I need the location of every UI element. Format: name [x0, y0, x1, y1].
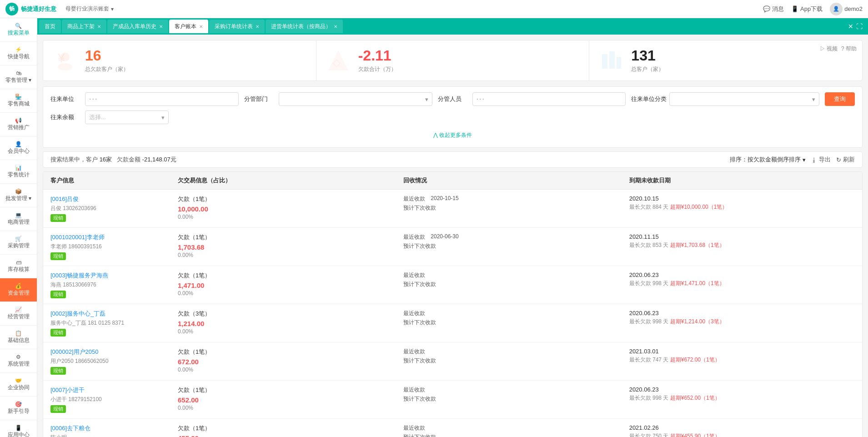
owe-amount[interactable]: 1,471.00 — [178, 281, 403, 289]
filter-manager-input[interactable]: ··· — [472, 92, 626, 106]
svg-rect-6 — [609, 51, 615, 69]
customer-badge: 现销 — [50, 405, 66, 413]
collapse-label: 收起更多条件 — [439, 132, 472, 138]
sidebar-item-stock[interactable]: 🗃 库存核算 — [0, 255, 37, 278]
filter-remaining: 往来余额 选择... ▾ — [50, 111, 169, 124]
sidebar-item-finance[interactable]: 💰 资金管理 — [0, 278, 37, 302]
tab-home[interactable]: 首页 — [39, 20, 61, 33]
collection-info: 最近收款2020-10-15 预计下次收款 — [403, 195, 629, 212]
sidebar-item-retail-stats[interactable]: 📊 零售统计 — [0, 160, 37, 184]
customer-name[interactable]: [0001020001]李老师 — [50, 233, 178, 241]
sidebar-item-ecom[interactable]: 💻 电商管理 — [0, 207, 37, 231]
overdue-days-text: 最长欠款 998 天 — [629, 280, 669, 286]
owe-amount[interactable]: 1,703.68 — [178, 243, 403, 251]
result-owe-label: 欠款金额 — [117, 156, 140, 163]
filter-dept-select[interactable]: ▾ — [279, 92, 432, 106]
video-btn[interactable]: ▷ 视频 — [820, 45, 838, 53]
sort-select[interactable]: 排序：按欠款金额倒序排序 ▾ — [730, 156, 806, 164]
tab-incoming-stats-close[interactable]: ✕ — [334, 24, 337, 29]
overdue-link[interactable]: 超期¥1,214.00（3笔） — [670, 318, 725, 325]
filter-row-1: 往来单位 ··· 分管部门 ▾ 分管人员 ··· 往来单位分类 — [50, 92, 855, 106]
sidebar-item-member[interactable]: 👤 会员中心 — [0, 136, 37, 160]
sidebar-item-basic[interactable]: 📋 基础信息 — [0, 326, 37, 349]
owe-amount[interactable]: 652.00 — [178, 396, 403, 404]
message-btn[interactable]: 💬 消息 — [763, 5, 784, 13]
tab-product-history-label: 产成品入库单历史 — [113, 23, 156, 30]
stock-label: 库存核算 — [0, 266, 37, 273]
query-button[interactable]: 查询 — [825, 92, 855, 106]
member-label: 会员中心 — [0, 147, 37, 155]
tab-close-all-icon[interactable]: ✕ — [848, 23, 853, 30]
owe-amount[interactable]: 1,214.00 — [178, 320, 403, 327]
export-btn[interactable]: ⭳ 导出 — [811, 156, 831, 164]
sidebar-item-marketing[interactable]: 📢 营销推广 — [0, 113, 37, 136]
svg-text:¥: ¥ — [57, 51, 65, 65]
owe-info-cell: 欠款（1笔） 455.90 0.00% — [178, 424, 403, 437]
overdue-days-text: 最长欠款 998 天 — [629, 395, 669, 401]
customer-name[interactable]: [000002]用户2050 — [50, 348, 178, 356]
sidebar-item-purchase[interactable]: 🛒 采购管理 — [0, 231, 37, 255]
stat-owe-amount-info: -2.11 欠款合计（万） — [358, 48, 580, 73]
tab-purchase-order-close[interactable]: ✕ — [256, 24, 259, 29]
owe-amount[interactable]: 10,000.00 — [178, 205, 403, 213]
app-download-btn[interactable]: 📱 App下载 — [791, 5, 823, 13]
last-collection-label: 最近收款 — [403, 386, 425, 394]
dept-arrow-icon: ▾ — [425, 96, 428, 103]
filter-from-unit-input[interactable]: ··· — [85, 92, 239, 106]
finance-icon: 💰 — [15, 283, 22, 289]
overdue-date: 2020.06.23 — [629, 386, 855, 393]
tab-bar: 首页 商品上下架 ✕ 产成品入库单历史 ✕ 客户账本 ✕ 采购订单统计表 ✕ 进… — [37, 18, 868, 35]
collapse-row[interactable]: ⋀ 收起更多条件 — [50, 129, 855, 142]
overdue-link[interactable]: 超期¥455.90（1笔） — [670, 433, 720, 437]
marketing-label: 营销推广 — [0, 124, 37, 131]
owe-amount[interactable]: 672.00 — [178, 358, 403, 366]
tab-product-off-close[interactable]: ✕ — [97, 24, 101, 29]
system-icon: ⚙ — [16, 354, 21, 360]
tab-purchase-order[interactable]: 采购订单统计表 ✕ — [209, 20, 265, 33]
marketing-icon: 📢 — [15, 117, 22, 124]
refresh-btn[interactable]: ↻ 刷新 — [836, 156, 855, 164]
owe-amount[interactable]: 455.90 — [178, 434, 403, 437]
overdue-link[interactable]: 超期¥672.00（1笔） — [670, 357, 720, 363]
owe-percent: 0.00% — [178, 290, 403, 296]
store-select[interactable]: 母婴行业演示账套 ▾ — [65, 5, 114, 13]
overdue-link[interactable]: 超期¥1,703.68（1笔） — [670, 242, 725, 248]
sort-arrow-icon: ▾ — [803, 156, 806, 163]
tab-expand-icon[interactable]: ⛶ — [856, 23, 863, 30]
customer-name[interactable]: [0002]服务中心_丁磊 — [50, 310, 178, 318]
sidebar-item-newbie[interactable]: 🎯 新手引导 — [0, 397, 37, 420]
help-btn[interactable]: ? 帮助 — [841, 45, 857, 53]
remaining-placeholder: 选择... — [89, 113, 106, 121]
sidebar-item-retail-mgmt[interactable]: 🛍 零售管理 ▾ — [0, 65, 37, 89]
sidebar-item-enterprise[interactable]: 🤝 企业协同 — [0, 373, 37, 397]
customer-name[interactable]: [0003]畅捷服务尹海燕 — [50, 271, 178, 280]
sidebar-item-retail-mall[interactable]: 🏪 零售商城 — [0, 89, 37, 113]
customer-name[interactable]: [0016]吕俊 — [50, 195, 178, 203]
sidebar-quick-nav[interactable]: ⚡ 快捷导航 — [0, 42, 37, 65]
quick-nav-icon: ⚡ — [15, 46, 22, 53]
tab-incoming-stats[interactable]: 进货单统计表（按商品） ✕ — [266, 20, 343, 33]
overdue-link[interactable]: 超期¥652.00（1笔） — [670, 395, 720, 401]
sidebar-search[interactable]: 🔍 搜索菜单 — [0, 18, 37, 42]
tab-product-history[interactable]: 产成品入库单历史 ✕ — [107, 20, 168, 33]
customer-name[interactable]: [0006]去下粮仓 — [50, 424, 178, 432]
tab-product-history-close[interactable]: ✕ — [159, 24, 163, 29]
sidebar-item-batch-mgmt[interactable]: 📦 批发管理 ▾ — [0, 184, 37, 207]
sidebar-item-app-center[interactable]: 📱 应用中心 — [0, 420, 37, 437]
col-customer-info: 客户信息 — [50, 176, 178, 185]
sidebar-item-system[interactable]: ⚙ 系统管理 — [0, 349, 37, 373]
sidebar-item-ops[interactable]: 📈 经营管理 — [0, 302, 37, 326]
overdue-date: 2021.03.01 — [629, 348, 855, 355]
next-collection-label: 预计下次收款 — [403, 357, 436, 365]
tab-customer-account-close[interactable]: ✕ — [199, 24, 203, 29]
overdue-link[interactable]: 超期¥1,471.00（1笔） — [670, 280, 725, 286]
filter-remaining-select[interactable]: 选择... ▾ — [85, 111, 169, 124]
overdue-link[interactable]: 超期¥10,000.00（1笔） — [670, 204, 728, 210]
overdue-days: 最长欠款 884 天 超期¥10,000.00（1笔） — [629, 203, 855, 211]
tab-product-off[interactable]: 商品上下架 ✕ — [62, 20, 106, 33]
tab-customer-account[interactable]: 客户账本 ✕ — [169, 20, 208, 33]
filter-unit-category-select[interactable]: ▾ — [669, 92, 819, 106]
customer-name[interactable]: [0007]小进干 — [50, 386, 178, 394]
user-avatar[interactable]: 👤 demo2 — [830, 3, 863, 15]
next-collection-label: 预计下次收款 — [403, 433, 436, 437]
